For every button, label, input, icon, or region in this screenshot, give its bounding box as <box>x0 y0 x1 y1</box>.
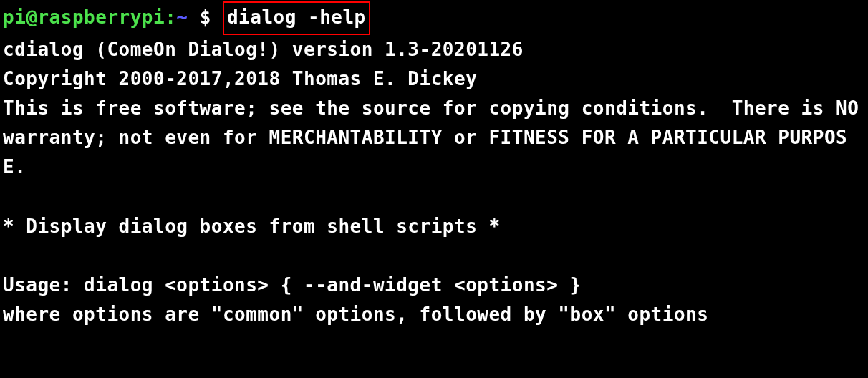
output-line-version: cdialog (ComeOn Dialog!) version 1.3-202… <box>3 39 524 60</box>
output-line-license1: This is free software; see the source fo… <box>3 97 859 119</box>
command-text: dialog -help <box>227 6 366 28</box>
prompt-colon: : <box>165 6 176 28</box>
output-line-options: where options are "common" options, foll… <box>3 304 708 325</box>
output-line-description: * Display dialog boxes from shell script… <box>3 215 501 237</box>
prompt-path: ~ <box>176 6 199 28</box>
output-line-license2: warranty; not even for MERCHANTABILITY o… <box>3 127 847 178</box>
output-line-copyright: Copyright 2000-2017,2018 Thomas E. Dicke… <box>3 68 477 89</box>
prompt-dollar: $ <box>200 6 223 28</box>
prompt-user-host: pi@raspberrypi <box>3 6 165 28</box>
command-highlight: dialog -help <box>223 1 370 35</box>
terminal-window[interactable]: pi@raspberrypi:~ $ dialog -help cdialog … <box>0 0 868 331</box>
output-line-usage: Usage: dialog <options> { --and-widget <… <box>3 274 582 296</box>
